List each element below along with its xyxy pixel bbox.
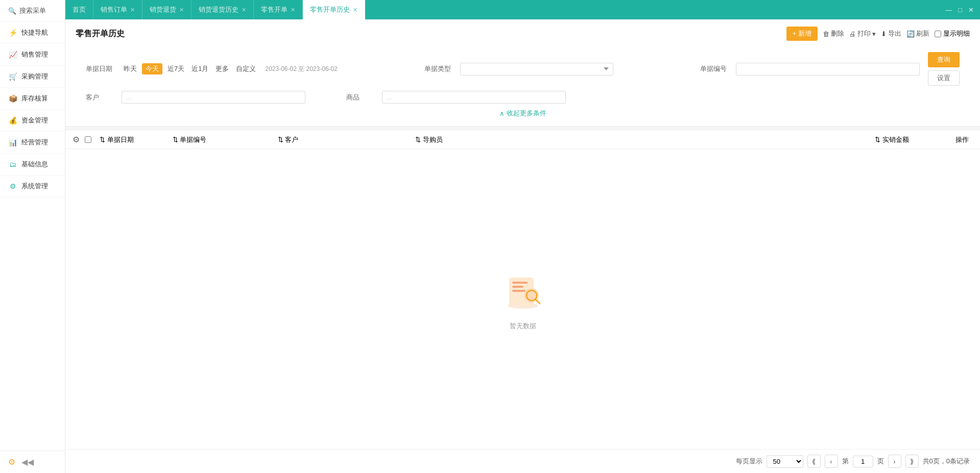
page-number-input[interactable] <box>853 456 873 467</box>
toolbar: + 新增 🗑 删除 🖨 打印 ▾ ⬇ 导出 🔄 <box>786 27 970 41</box>
svg-rect-3 <box>512 286 523 288</box>
number-sort-icon[interactable]: ⇅ <box>173 136 178 143</box>
tab-sales-return-history-label: 销货退货历史 <box>199 5 238 14</box>
tab-sales-return[interactable]: 销货退货 ✕ <box>142 0 192 19</box>
tab-sales-order-close[interactable]: ✕ <box>130 7 135 13</box>
settings-button[interactable]: 设置 <box>928 70 960 86</box>
sidebar-item-quick-nav[interactable]: ⚡ 快捷导航 <box>0 22 65 44</box>
sidebar-item-basic-info[interactable]: 🗂 基础信息 <box>0 154 65 176</box>
tab-bar: 首页 销售订单 ✕ 销货退货 ✕ 销货退货历史 ✕ 零售开单 ✕ 零售开单历史 … <box>65 0 980 19</box>
export-label: 导出 <box>888 29 901 38</box>
sidebar-item-label: 库存核算 <box>21 94 48 103</box>
content-area: 零售开单历史 + 新增 🗑 删除 🖨 打印 ▾ ⬇ 导出 <box>65 19 980 473</box>
sidebar-item-label: 采购管理 <box>21 72 48 81</box>
empty-text: 暂无数据 <box>510 321 536 331</box>
last-page-button[interactable]: ⟫ <box>905 455 919 468</box>
sidebar-item-label: 经营管理 <box>21 138 48 147</box>
display-detail-label: 显示明细 <box>943 29 970 38</box>
doc-number-label: 单据编号 <box>700 64 736 73</box>
sidebar-item-finance[interactable]: 💰 资金管理 <box>0 110 65 132</box>
collapse-more-btn[interactable]: ∧ 收起更多条件 <box>86 109 960 118</box>
print-button[interactable]: 🖨 打印 ▾ <box>849 29 876 38</box>
finance-icon: 💰 <box>8 116 17 125</box>
delete-icon: 🗑 <box>823 30 829 38</box>
col-customer-label: 客户 <box>285 136 298 143</box>
sidebar-item-operations[interactable]: 📊 经营管理 <box>0 132 65 154</box>
tab-sales-return-history-close[interactable]: ✕ <box>242 7 246 13</box>
tab-retail-open-label: 零售开单 <box>261 5 288 14</box>
sidebar-search-label: 搜索采单 <box>19 6 46 15</box>
display-detail-checkbox-row[interactable]: 显示明细 <box>935 29 970 38</box>
tab-sales-return-history[interactable]: 销货退货历史 ✕ <box>192 0 254 19</box>
refresh-label: 刷新 <box>916 29 929 38</box>
date-opt-custom[interactable]: 自定义 <box>234 63 258 74</box>
sidebar-item-sales-mgmt[interactable]: 📈 销售管理 <box>0 44 65 66</box>
table-select-all-checkbox[interactable] <box>85 136 91 143</box>
date-opt-today[interactable]: 今天 <box>142 63 162 74</box>
date-opt-7days[interactable]: 近7天 <box>165 63 186 74</box>
delete-label: 删除 <box>831 29 844 38</box>
col-guide-label: 导购员 <box>423 136 443 143</box>
prev-page-button[interactable]: ‹ <box>825 455 838 468</box>
print-dropdown-icon[interactable]: ▾ <box>872 30 876 38</box>
page-title-row: 零售开单历史 + 新增 🗑 删除 🖨 打印 ▾ ⬇ 导出 <box>76 27 970 41</box>
refresh-button[interactable]: 🔄 刷新 <box>906 29 929 38</box>
delete-button[interactable]: 🗑 删除 <box>823 29 844 38</box>
date-opt-yesterday[interactable]: 昨天 <box>122 63 139 74</box>
collapse-up-icon: ∧ <box>499 110 505 117</box>
col-ops-label: 操作 <box>955 136 969 143</box>
export-button[interactable]: ⬇ 导出 <box>881 29 901 38</box>
tab-sales-return-close[interactable]: ✕ <box>179 7 184 13</box>
tab-retail-open-history[interactable]: 零售开单历史 ✕ <box>303 0 365 19</box>
guide-sort-icon[interactable]: ⇅ <box>415 136 421 143</box>
per-page-select[interactable]: 50 100 200 <box>767 455 803 468</box>
customer-sort-icon[interactable]: ⇅ <box>278 136 283 143</box>
basic-info-icon: 🗂 <box>8 160 17 169</box>
sidebar-item-inventory[interactable]: 📦 库存核算 <box>0 88 65 110</box>
svg-rect-2 <box>512 282 528 284</box>
col-amount-label: 实销金额 <box>882 136 909 143</box>
refresh-icon: 🔄 <box>906 30 915 38</box>
close-window-icon[interactable]: ✕ <box>968 6 974 14</box>
customer-filter-label: 客户 <box>86 93 122 102</box>
add-button[interactable]: + 新增 <box>786 27 818 41</box>
sidebar-item-system[interactable]: ⚙ 系统管理 <box>0 176 65 197</box>
date-opt-1month[interactable]: 近1月 <box>189 63 210 74</box>
operations-icon: 📊 <box>8 138 17 147</box>
doc-type-select[interactable] <box>460 63 613 76</box>
date-range-display: 2023-06-02 至 2023-06-02 <box>265 65 337 73</box>
sidebar-search[interactable]: 🔍 搜索采单 <box>0 0 65 22</box>
sidebar-item-label: 资金管理 <box>21 116 48 125</box>
empty-state-icon <box>500 267 546 313</box>
svg-rect-4 <box>512 290 525 292</box>
sidebar-item-purchase-mgmt[interactable]: 🛒 采购管理 <box>0 66 65 88</box>
first-page-button[interactable]: ⟪ <box>807 455 821 468</box>
tab-retail-open[interactable]: 零售开单 ✕ <box>254 0 303 19</box>
display-detail-checkbox[interactable] <box>935 31 941 37</box>
query-button[interactable]: 查询 <box>928 52 960 67</box>
goods-input[interactable]: ... <box>382 91 566 104</box>
page-title: 零售开单历史 <box>76 29 125 39</box>
date-sort-icon[interactable]: ⇅ <box>100 136 105 143</box>
amount-sort-icon[interactable]: ⇅ <box>875 136 880 143</box>
collapse-sidebar-icon[interactable]: ◀◀ <box>21 457 34 467</box>
tab-sales-order[interactable]: 销售订单 ✕ <box>93 0 142 19</box>
main-content: 首页 销售订单 ✕ 销货退货 ✕ 销货退货历史 ✕ 零售开单 ✕ 零售开单历史 … <box>65 0 980 473</box>
pagination: 每页显示 50 100 200 ⟪ ‹ 第 页 › ⟫ 共0页，0条记录 <box>65 449 980 473</box>
sidebar-item-label: 快捷导航 <box>21 28 48 37</box>
tab-home[interactable]: 首页 <box>65 0 93 19</box>
minimize-icon[interactable]: — <box>945 6 952 14</box>
tab-retail-open-close[interactable]: ✕ <box>291 7 295 13</box>
filter-row-2: 客户 ... 商品 ... <box>86 91 960 104</box>
sidebar-item-label: 销售管理 <box>21 50 48 59</box>
next-page-button[interactable]: › <box>888 455 901 468</box>
date-opt-more[interactable]: 更多 <box>213 63 231 74</box>
settings-icon[interactable]: ⚙ <box>8 457 15 467</box>
maximize-icon[interactable]: □ <box>958 6 962 14</box>
tab-retail-open-history-close[interactable]: ✕ <box>353 7 357 13</box>
filter-row-1: 单据日期 昨天 今天 近7天 近1月 更多 自定义 2023-06-02 至 2… <box>86 52 960 86</box>
table-settings-icon[interactable]: ⚙ <box>73 135 80 144</box>
date-filter-label: 单据日期 <box>86 64 122 73</box>
customer-input[interactable]: ... <box>122 91 305 104</box>
doc-number-input[interactable] <box>736 63 920 76</box>
